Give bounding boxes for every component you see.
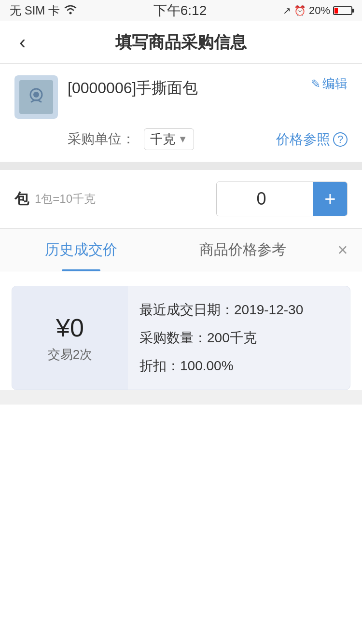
empty-content-area xyxy=(0,405,362,644)
product-unit-row: 采购单位： 千克 ▼ 价格参照 ? xyxy=(14,128,348,150)
history-recent-date-row: 最近成交日期：2019-12-30 xyxy=(139,300,338,320)
bottom-panel: 历史成交价 商品价格参考 × ¥0 交易2次 最近成交日期：2019-12-30… xyxy=(0,228,362,390)
quantity-label-group: 包 1包=10千克 xyxy=(14,189,96,209)
page-title: 填写商品采购信息 xyxy=(115,31,247,54)
quantity-input[interactable] xyxy=(217,182,313,216)
discount-label: 折扣： xyxy=(139,358,180,373)
product-info: [0000006]手撕面包 xyxy=(14,75,198,119)
battery-icon xyxy=(333,6,352,15)
edit-button[interactable]: ✎ 编辑 xyxy=(311,75,348,92)
price-ref-label: 价格参照 xyxy=(276,130,330,149)
quantity-conversion: 1包=10千克 xyxy=(35,191,96,207)
location-icon: ↗ xyxy=(283,5,291,16)
history-quantity-row: 采购数量：200千克 xyxy=(139,328,338,348)
product-header: [0000006]手撕面包 ✎ 编辑 xyxy=(14,75,348,119)
back-button[interactable]: ‹ xyxy=(14,27,30,58)
unit-value: 千克 xyxy=(150,131,175,148)
nav-bar: ‹ 填写商品采购信息 xyxy=(0,21,362,64)
edit-label: 编辑 xyxy=(322,75,348,92)
svg-point-2 xyxy=(33,92,39,98)
quantity-plus-button[interactable]: + xyxy=(313,182,347,216)
history-price-value: ¥0 xyxy=(56,313,84,342)
history-price-section: ¥0 交易2次 xyxy=(12,286,128,390)
tab-active-underline xyxy=(62,269,100,271)
unit-selector-group: 采购单位： 千克 ▼ xyxy=(68,128,194,150)
carrier-text: 无 SIM 卡 xyxy=(10,3,60,18)
wifi-icon xyxy=(64,4,77,17)
discount-value: 100.00% xyxy=(180,358,234,373)
history-details-section: 最近成交日期：2019-12-30 采购数量：200千克 折扣：100.00% xyxy=(128,286,350,390)
unit-select[interactable]: 千克 ▼ xyxy=(144,128,194,150)
quantity-unit-badge: 包 xyxy=(14,189,29,209)
unit-dropdown-arrow: ▼ xyxy=(178,134,188,145)
tab-history-price[interactable]: 历史成交价 xyxy=(0,229,162,271)
tab-history-label: 历史成交价 xyxy=(45,240,117,260)
edit-icon: ✎ xyxy=(311,77,320,91)
product-card: [0000006]手撕面包 ✎ 编辑 采购单位： 千克 ▼ 价格参照 ? xyxy=(0,64,362,162)
alarm-icon: ⏰ xyxy=(294,5,306,16)
recent-date-value: 2019-12-30 xyxy=(234,302,303,317)
price-ref-icon: ? xyxy=(333,132,348,147)
battery-percent: 20% xyxy=(309,4,330,17)
status-right: ↗ ⏰ 20% xyxy=(283,4,352,17)
history-card: ¥0 交易2次 最近成交日期：2019-12-30 采购数量：200千克 折扣：… xyxy=(12,286,350,390)
history-trades-count: 交易2次 xyxy=(48,346,92,363)
svg-point-0 xyxy=(70,12,72,14)
product-logo xyxy=(19,80,53,114)
price-ref-button[interactable]: 价格参照 ? xyxy=(276,130,348,149)
purchase-quantity-label: 采购数量： xyxy=(139,330,207,345)
status-bar: 无 SIM 卡 下午6:12 ↗ ⏰ 20% xyxy=(0,0,362,21)
status-left: 无 SIM 卡 xyxy=(10,3,77,18)
purchase-quantity-value: 200千克 xyxy=(207,330,257,345)
tab-close-button[interactable]: × xyxy=(323,240,362,260)
quantity-row: 包 1包=10千克 + xyxy=(0,170,362,228)
history-discount-row: 折扣：100.00% xyxy=(139,356,338,376)
recent-date-label: 最近成交日期： xyxy=(139,302,234,317)
quantity-input-group: + xyxy=(216,182,348,216)
product-image xyxy=(14,75,58,119)
product-name: [0000006]手撕面包 xyxy=(68,75,198,99)
status-time: 下午6:12 xyxy=(153,1,207,20)
tab-price-ref[interactable]: 商品价格参考 xyxy=(162,229,323,271)
tabs-row: 历史成交价 商品价格参考 × xyxy=(0,229,362,271)
tab-price-ref-label: 商品价格参考 xyxy=(199,240,286,260)
unit-label: 采购单位： xyxy=(68,131,135,146)
section-divider xyxy=(0,162,362,170)
